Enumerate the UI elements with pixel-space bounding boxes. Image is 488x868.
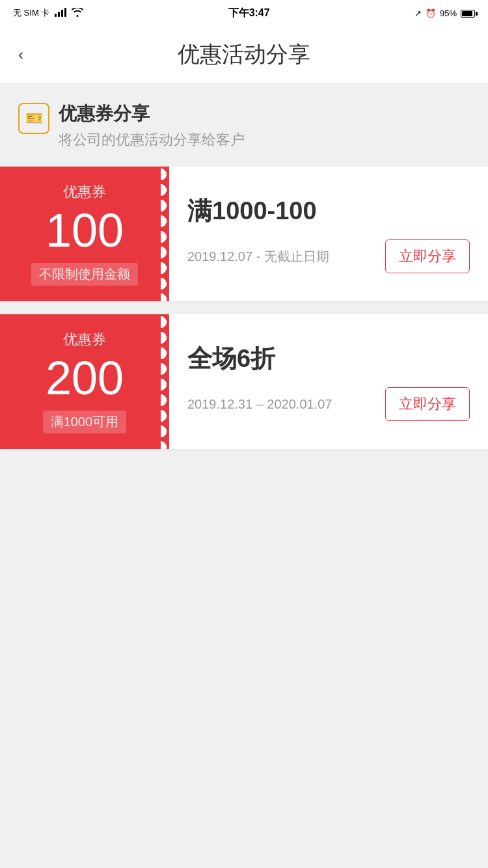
status-left: 无 SIM 卡 (13, 7, 83, 19)
section-text: 优惠券分享 将公司的优惠活动分享给客户 (59, 102, 245, 150)
coupon-type-1: 优惠券 (63, 182, 106, 202)
status-right: ↗ ⏰ 95% (414, 8, 475, 18)
coupon-name-1: 满1000-100 (187, 195, 470, 228)
share-button-1[interactable]: 立即分享 (385, 239, 470, 273)
coupon-right-1: 满1000-100 2019.12.07 - 无截止日期 立即分享 (169, 167, 488, 301)
alarm-icon: ⏰ (426, 8, 436, 18)
coupon-left-1: 优惠券 100 不限制使用金额 (0, 167, 169, 301)
signal-icon (55, 8, 66, 19)
coupon-type-2: 优惠券 (63, 330, 106, 349)
battery-icon (461, 8, 475, 18)
section-header: 🎫 优惠券分享 将公司的优惠活动分享给客户 (0, 83, 488, 161)
bottom-area (0, 481, 488, 868)
section-icon: 🎫 (18, 103, 49, 134)
coupon-right-2: 全场6折 2019.12.31 – 2020.01.07 立即分享 (169, 314, 488, 449)
coupon-amount-2: 200 (46, 355, 124, 401)
location-icon: ↗ (414, 8, 422, 18)
coupon-amount-1: 100 (46, 207, 124, 254)
coupon-condition-1: 不限制使用金额 (31, 263, 138, 286)
back-button[interactable]: ‹ (18, 46, 23, 64)
coupon-date-2: 2019.12.31 – 2020.01.07 (187, 397, 379, 412)
wifi-icon (72, 8, 83, 19)
share-button-2[interactable]: 立即分享 (385, 387, 470, 421)
coupon-condition-2: 满1000可用 (43, 411, 127, 433)
coupon-date-1: 2019.12.07 - 无截止日期 (187, 248, 379, 265)
status-time: 下午3:47 (228, 7, 270, 20)
section-subtitle: 将公司的优惠活动分享给客户 (59, 130, 245, 150)
status-bar: 无 SIM 卡 下午3:47 ↗ ⏰ 95% (0, 0, 488, 26)
section-title: 优惠券分享 (59, 102, 245, 126)
coupon-name-2: 全场6折 (187, 342, 470, 375)
carrier-text: 无 SIM 卡 (13, 7, 49, 19)
nav-bar: ‹ 优惠活动分享 (0, 26, 488, 83)
coupon-left-2: 优惠券 200 满1000可用 (0, 314, 169, 449)
coupon-card-1: 优惠券 100 不限制使用金额 满1000-100 2019.12.07 - 无… (0, 167, 488, 301)
cards-container: 优惠券 100 不限制使用金额 满1000-100 2019.12.07 - 无… (0, 161, 488, 481)
coupon-meta-2: 2019.12.31 – 2020.01.07 立即分享 (187, 387, 470, 421)
coupon-card-2: 优惠券 200 满1000可用 全场6折 2019.12.31 – 2020.0… (0, 314, 488, 449)
battery-percent: 95% (440, 8, 457, 18)
coupon-meta-1: 2019.12.07 - 无截止日期 立即分享 (187, 239, 470, 273)
page-title: 优惠活动分享 (178, 40, 310, 70)
